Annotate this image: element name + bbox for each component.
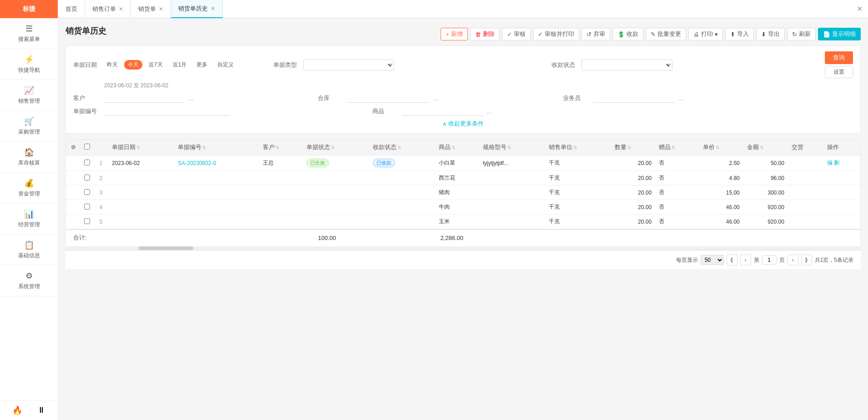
cell-docno[interactable] bbox=[174, 171, 259, 185]
sort-goods-icon[interactable]: ⇅ bbox=[452, 145, 455, 150]
col-checkbox[interactable] bbox=[80, 140, 94, 155]
sidebar-item-sales-mgmt[interactable]: 📈 销售管理 bbox=[0, 80, 58, 111]
sidebar-item-sys-mgmt[interactable]: ⚙ 系统管理 bbox=[0, 265, 58, 296]
sort-date-icon[interactable]: ⇅ bbox=[136, 145, 140, 150]
page-first-btn[interactable]: ⟪ bbox=[727, 255, 738, 265]
collect-status-select[interactable] bbox=[582, 60, 672, 70]
edit-action-link[interactable]: 编 bbox=[827, 160, 833, 166]
col-gear[interactable]: ⚙ bbox=[66, 140, 80, 155]
sidebar-item-inventory[interactable]: 🏠 库存核算 bbox=[0, 142, 58, 173]
date-tab-1month[interactable]: 近1月 bbox=[169, 60, 191, 70]
customer-dots[interactable]: ... bbox=[188, 94, 194, 102]
row-checkbox[interactable] bbox=[84, 218, 90, 224]
tab-sales-shipment-close[interactable]: ✕ bbox=[159, 6, 163, 12]
collapse-button[interactable]: ∧ 收起更多条件 bbox=[73, 120, 853, 128]
col-unit[interactable]: 销售单位⇅ bbox=[545, 140, 611, 155]
new-button[interactable]: + 新增 bbox=[441, 28, 468, 40]
doc-type-select[interactable] bbox=[303, 60, 394, 70]
sort-doc-status-icon[interactable]: ⇅ bbox=[331, 145, 335, 150]
row-checkbox[interactable] bbox=[84, 160, 90, 165]
tab-sales-order-close[interactable]: ✕ bbox=[119, 6, 123, 12]
tab-sales-history[interactable]: 销货单历史 ✕ bbox=[171, 0, 223, 18]
sort-quantity-icon[interactable]: ⇅ bbox=[627, 145, 631, 150]
cell-checkbox[interactable] bbox=[80, 185, 94, 200]
pause-icon[interactable]: ⏸ bbox=[37, 405, 45, 415]
tab-sales-shipment[interactable]: 销货单 ✕ bbox=[131, 0, 171, 18]
cell-docno[interactable]: SA-20230602-0 bbox=[174, 155, 259, 171]
row-checkbox[interactable] bbox=[84, 189, 90, 195]
export-button[interactable]: ⬇ 导出 bbox=[756, 28, 785, 40]
date-tab-yesterday[interactable]: 昨天 bbox=[103, 60, 121, 70]
fire-icon[interactable]: 🔥 bbox=[12, 405, 22, 415]
col-docno[interactable]: 单据编号⇅ bbox=[174, 140, 259, 155]
cell-checkbox[interactable] bbox=[80, 215, 94, 229]
warehouse-input[interactable] bbox=[348, 93, 430, 103]
select-all-checkbox[interactable] bbox=[84, 144, 90, 150]
date-tab-more[interactable]: 更多 bbox=[193, 60, 211, 70]
print-button[interactable]: 🖨 打印 ▾ bbox=[688, 28, 723, 40]
col-collect-status[interactable]: 收款状态⇅ bbox=[369, 140, 435, 155]
col-date[interactable]: 单据日期⇅ bbox=[108, 140, 174, 155]
sort-unit-icon[interactable]: ⇅ bbox=[573, 145, 577, 150]
row-checkbox[interactable] bbox=[84, 204, 90, 210]
scrollbar-thumb[interactable] bbox=[139, 246, 193, 250]
del-action-link[interactable]: 删 bbox=[834, 160, 839, 166]
docno-input[interactable] bbox=[103, 106, 231, 116]
sidebar-item-purchase-mgmt[interactable]: 🛒 采购管理 bbox=[0, 111, 58, 142]
tab-sales-order[interactable]: 销售订单 ✕ bbox=[85, 0, 131, 18]
date-tab-custom[interactable]: 自定义 bbox=[214, 60, 237, 70]
sort-amount-icon[interactable]: ⇅ bbox=[760, 145, 763, 150]
warehouse-dots[interactable]: ... bbox=[432, 94, 438, 102]
salesman-dots[interactable]: ... bbox=[677, 94, 683, 102]
col-goods[interactable]: 商品⇅ bbox=[435, 140, 479, 155]
col-spec[interactable]: 规格型号⇅ bbox=[479, 140, 545, 155]
customer-input[interactable] bbox=[103, 93, 185, 103]
cell-docno[interactable] bbox=[174, 185, 259, 200]
cell-docno[interactable] bbox=[174, 215, 259, 229]
salesman-input[interactable] bbox=[593, 93, 675, 103]
abandon-button[interactable]: ↺ 弃审 bbox=[582, 28, 610, 40]
refresh-button[interactable]: ↻ 刷新 bbox=[787, 28, 816, 40]
audit-button[interactable]: ✓ 审核 bbox=[502, 28, 531, 40]
collect-button[interactable]: 💲 收款 bbox=[612, 28, 643, 40]
delete-button[interactable]: 🗑 删除 bbox=[470, 28, 500, 40]
sidebar-item-basic-info[interactable]: 📋 基础信息 bbox=[0, 235, 58, 265]
cell-checkbox[interactable] bbox=[80, 200, 94, 215]
sort-spec-icon[interactable]: ⇅ bbox=[507, 145, 511, 150]
page-size-select[interactable]: 50 100 200 bbox=[701, 255, 724, 265]
sidebar-item-search-menu[interactable]: ☰ 搜索菜单 bbox=[0, 18, 58, 49]
tabbar-close-all[interactable]: ✕ bbox=[851, 5, 868, 13]
batch-change-button[interactable]: ✎ 批量变更 bbox=[646, 28, 686, 40]
cell-checkbox[interactable] bbox=[80, 171, 94, 185]
sort-price-icon[interactable]: ⇅ bbox=[716, 145, 719, 150]
date-tab-7days[interactable]: 近7天 bbox=[145, 60, 166, 70]
goods-input[interactable] bbox=[402, 106, 484, 116]
tab-sales-history-close[interactable]: ✕ bbox=[211, 5, 215, 12]
sort-gift-icon[interactable]: ⇅ bbox=[672, 145, 675, 150]
horizontal-scrollbar[interactable] bbox=[66, 246, 860, 250]
sort-collect-status-icon[interactable]: ⇅ bbox=[397, 145, 401, 150]
sort-customer-icon[interactable]: ⇅ bbox=[276, 145, 279, 150]
page-last-btn[interactable]: ⟫ bbox=[801, 255, 812, 265]
page-next-btn[interactable]: › bbox=[788, 255, 798, 265]
cell-checkbox[interactable] bbox=[80, 155, 94, 171]
query-button[interactable]: 查询 bbox=[825, 51, 853, 64]
page-prev-btn[interactable]: ‹ bbox=[740, 255, 751, 265]
audit-print-button[interactable]: ✓ 审核并打印 bbox=[533, 28, 579, 40]
sidebar-item-operations[interactable]: 📊 经营管理 bbox=[0, 204, 58, 235]
col-doc-status[interactable]: 单据状态⇅ bbox=[303, 140, 369, 155]
col-price[interactable]: 单价⇅ bbox=[699, 140, 743, 155]
settings-button[interactable]: 设置 bbox=[825, 66, 853, 78]
date-tab-today[interactable]: 今天 bbox=[124, 60, 142, 70]
show-details-button[interactable]: 📄 显示明细 bbox=[818, 28, 861, 40]
col-amount[interactable]: 金额⇅ bbox=[743, 140, 788, 155]
sidebar-item-finance[interactable]: 💰 资金管理 bbox=[0, 173, 58, 204]
sort-docno-icon[interactable]: ⇅ bbox=[202, 145, 206, 150]
cell-docno[interactable] bbox=[174, 200, 259, 215]
tab-home[interactable]: 首页 bbox=[58, 0, 85, 18]
col-gift[interactable]: 赠品⇅ bbox=[655, 140, 699, 155]
import-button[interactable]: ⬆ 导入 bbox=[725, 28, 754, 40]
col-quantity[interactable]: 数量⇅ bbox=[611, 140, 655, 155]
row-checkbox[interactable] bbox=[84, 175, 90, 180]
col-customer[interactable]: 客户⇅ bbox=[259, 140, 303, 155]
